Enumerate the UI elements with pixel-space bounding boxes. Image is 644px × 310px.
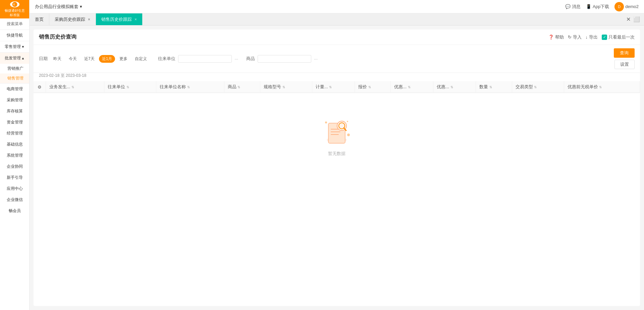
page-card: 销售历史价查询 ❓ 帮助 ↻ 导入 ↓ 导出 ✓ (34, 30, 640, 306)
sidebar-item-app-center[interactable]: 应用中心 (0, 183, 29, 194)
goods-dots[interactable]: ··· (314, 56, 318, 61)
sidebar-item-sales[interactable]: 销售管理 (0, 73, 29, 83)
col-spec[interactable]: 规格型号 ⇅ (260, 81, 312, 93)
tab-sales-close[interactable]: × (135, 17, 137, 22)
sort-icon-spec: ⇅ (282, 85, 285, 89)
page-header: 销售历史价查询 ❓ 帮助 ↻ 导入 ↓ 导出 ✓ (34, 30, 640, 45)
sidebar-item-wholesale[interactable]: 批发管理 ▲ (0, 53, 29, 64)
sidebar-item-system[interactable]: 系统管理 (0, 150, 29, 161)
date-range-text: 2023-02-18 至 2023-03-18 (39, 73, 86, 78)
page-content: 销售历史价查询 ❓ 帮助 ↻ 导入 ↓ 导出 ✓ (30, 25, 644, 310)
help-btn[interactable]: ❓ 帮助 (548, 34, 564, 40)
sidebar-item-wechat[interactable]: 企业微信 (0, 194, 29, 205)
checkbox-icon: ✓ (602, 35, 607, 40)
download-icon: 📱 (586, 4, 591, 9)
col-unit[interactable]: 计量... ⇅ (312, 81, 355, 93)
app-logo: 6 畅捷通好生意 标准版 (0, 0, 29, 18)
sidebar-item-marketing[interactable]: 营销推广 (0, 64, 29, 73)
sidebar-item-inventory[interactable]: 库存核算 (0, 106, 29, 117)
date-shortcuts: 昨天 今天 近7天 近1月 更多 自定义 (50, 55, 150, 63)
date-label: 日期 (39, 56, 48, 62)
sidebar-item-newbie[interactable]: 新手引导 (0, 172, 29, 183)
col-discount2[interactable]: 优惠... ⇅ (433, 81, 476, 93)
message-btn[interactable]: 💬 消息 (565, 4, 581, 10)
sidebar-item-finance[interactable]: 资金管理 (0, 117, 29, 128)
chevron-down-icon: ▾ (80, 4, 82, 9)
sidebar-item-purchase[interactable]: 采购管理 (0, 95, 29, 106)
empty-state: 暂无数据 (34, 93, 640, 177)
partner-dots[interactable]: ··· (234, 56, 238, 61)
import-icon: ↻ (568, 35, 572, 40)
sort-icon-quote: ⇅ (368, 85, 371, 89)
only-last-checkbox[interactable]: ✓ 只看最后一次 (602, 34, 635, 40)
tabs-actions: ✕ ⬜ (622, 16, 644, 22)
svg-point-11 (325, 121, 327, 123)
col-quote[interactable]: 报价 ⇅ (355, 81, 390, 93)
table-area: ⚙ 业务发生... ⇅ 往来单位 ⇅ 往来单位名称 (34, 81, 640, 306)
sidebar-item-member[interactable]: 畅会员 (0, 205, 29, 216)
col-discount1[interactable]: 优惠... ⇅ (391, 81, 433, 93)
user-menu[interactable]: D demo2 (614, 2, 639, 11)
col-goods[interactable]: 商品 ⇅ (224, 81, 260, 93)
tab-home[interactable]: 首页 (30, 13, 49, 25)
quick-nav[interactable]: 快捷导航 (0, 30, 29, 41)
date-btn-1month[interactable]: 近1月 (99, 55, 115, 63)
chevron-down-icon: ▼ (21, 45, 25, 49)
sort-icon-quantity: ⇅ (489, 85, 492, 89)
settings-button[interactable]: 设置 (614, 60, 635, 69)
partner-filter-group: 往来单位 ··· (158, 55, 238, 63)
account-name: 办公用品行业模拟账套 (35, 4, 78, 10)
account-dropdown[interactable]: 办公用品行业模拟账套 ▾ (35, 4, 82, 10)
sidebar-section-wholesale: 批发管理 ▲ 营销推广 销售管理 (0, 53, 29, 84)
sidebar: 6 畅捷通好生意 标准版 搜索菜单 快捷导航 零售管理 ▼ 批发管理 ▲ 营销推… (0, 0, 30, 310)
app-download-btn[interactable]: 📱 App下载 (586, 4, 609, 10)
import-btn[interactable]: ↻ 导入 (568, 34, 582, 40)
col-pre-tax-price[interactable]: 优惠前无税单价 ⇅ (564, 81, 640, 93)
col-biz-date[interactable]: 业务发生... ⇅ (46, 81, 104, 93)
sidebar-item-enterprise[interactable]: 企业协同 (0, 161, 29, 172)
tab-purchase-close[interactable]: × (88, 17, 90, 22)
col-quantity[interactable]: 数量 ⇅ (476, 81, 512, 93)
svg-point-12 (347, 134, 350, 136)
sidebar-item-zero-retail[interactable]: 零售管理 ▼ (0, 41, 29, 52)
page-title: 销售历史价查询 (39, 34, 76, 41)
tab-sales-label: 销售历史价跟踪 (101, 16, 132, 22)
col-trade-type[interactable]: 交易类型 ⇅ (512, 81, 564, 93)
goods-input[interactable] (258, 55, 311, 63)
close-window-btn[interactable]: ✕ (626, 16, 631, 22)
app-version: 标准版 (10, 13, 20, 17)
col-partner-name[interactable]: 往来单位名称 ⇅ (156, 81, 224, 93)
date-range-display: 2023-02-18 至 2023-03-18 (34, 73, 640, 81)
date-btn-yesterday[interactable]: 昨天 (50, 55, 64, 63)
sidebar-item-operation[interactable]: 经营管理 (0, 128, 29, 139)
data-table: ⚙ 业务发生... ⇅ 往来单位 ⇅ 往来单位名称 (34, 81, 640, 93)
empty-image (320, 113, 354, 147)
sort-icon-goods: ⇅ (237, 85, 240, 89)
query-button[interactable]: 查询 (614, 48, 635, 58)
filter-area: 日期 昨天 今天 近7天 近1月 更多 自定义 往来单位 ··· (34, 45, 640, 73)
sidebar-item-ecommerce[interactable]: 电商管理 (0, 84, 29, 95)
maximize-window-btn[interactable]: ⬜ (633, 16, 640, 22)
date-btn-custom[interactable]: 自定义 (132, 55, 150, 63)
export-btn[interactable]: ↓ 导出 (586, 34, 598, 40)
help-icon: ❓ (548, 35, 554, 40)
date-btn-7days[interactable]: 近7天 (81, 55, 98, 63)
col-partner-code[interactable]: 往来单位 ⇅ (104, 81, 156, 93)
tabs-bar: 首页 采购历史价跟踪 × 销售历史价跟踪 × ✕ ⬜ (30, 13, 644, 25)
col-settings[interactable]: ⚙ (34, 81, 46, 93)
partner-label: 往来单位 (158, 56, 175, 62)
sort-icon-trade-type: ⇅ (534, 85, 537, 89)
main-area: 办公用品行业模拟账套 ▾ 💬 消息 📱 App下载 D demo2 首页 采购历… (30, 0, 644, 310)
partner-input[interactable] (178, 55, 232, 63)
message-icon: 💬 (565, 4, 571, 9)
sidebar-item-basic[interactable]: 基础信息 (0, 139, 29, 150)
top-header: 办公用品行业模拟账套 ▾ 💬 消息 📱 App下载 D demo2 (30, 0, 644, 13)
tab-sales-history[interactable]: 销售历史价跟踪 × (96, 13, 143, 25)
search-menu[interactable]: 搜索菜单 (0, 18, 29, 30)
tab-purchase-history[interactable]: 采购历史价跟踪 × (49, 13, 96, 25)
date-btn-today[interactable]: 今天 (66, 55, 80, 63)
empty-text: 暂无数据 (328, 151, 345, 157)
date-btn-more[interactable]: 更多 (116, 55, 130, 63)
sort-icon-discount1: ⇅ (408, 85, 411, 89)
sort-icon-discount2: ⇅ (450, 85, 453, 89)
